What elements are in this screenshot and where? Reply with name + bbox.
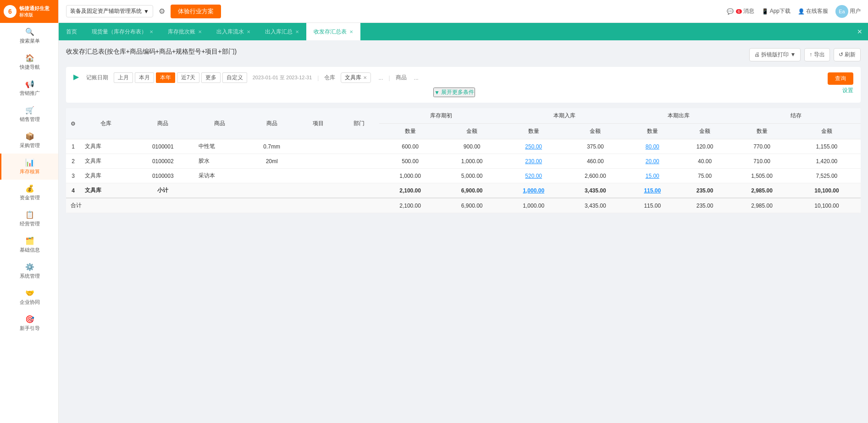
table-settings-th[interactable]: ⚙ (66, 108, 80, 139)
filter-toggle-icon[interactable]: ▶ (73, 72, 79, 81)
total-label: 合计 (66, 198, 194, 213)
sidebar-item-search[interactable]: 🔍 搜索菜单 (0, 23, 58, 49)
tab-close-icon[interactable]: ✕ (198, 29, 202, 34)
date-btn-last-month[interactable]: 上月 (114, 72, 133, 83)
print-icon: 🖨 (754, 51, 760, 58)
topbar: 装备及固定资产辅助管理系统 ▼ ⚙ 体验行业方案 💬 6 消息 📱 App下载 … (59, 0, 868, 23)
row-in-qty[interactable]: 250.00 (503, 139, 564, 154)
tab-stock-dist[interactable]: 现货量（库存分布表） ✕ (84, 23, 160, 40)
th-goods-name: 商品 (194, 108, 246, 139)
subtotal-close-amt: 10,100.00 (793, 183, 861, 198)
row-no: 1 (66, 139, 80, 154)
row-in-qty[interactable]: 230.00 (503, 154, 564, 169)
th-in-qty: 数量 (503, 124, 564, 139)
row-spec (245, 169, 298, 183)
row-project (298, 169, 339, 183)
try-industry-button[interactable]: 体验行业方案 (171, 5, 221, 18)
date-btn-this-year[interactable]: 本年 (156, 72, 175, 83)
tab-close-icon[interactable]: ✕ (149, 29, 153, 34)
sidebar-item-purchase[interactable]: 📦 采购管理 (0, 127, 58, 154)
row-name: 中性笔 (194, 139, 246, 154)
avatar: Ea (835, 5, 848, 18)
table-footer: 合计 2,100.00 6,900.00 1,000.00 3,435.00 1… (66, 198, 861, 213)
th-out-qty: 数量 (626, 124, 679, 139)
tab-home[interactable]: 首页 (59, 23, 84, 40)
app-download-button[interactable]: 📱 App下载 (762, 7, 791, 15)
date-label: 记账日期 (86, 74, 108, 82)
sidebar-item-quick[interactable]: 🏠 快捷导航 (0, 49, 58, 75)
row-out-qty[interactable]: 15.00 (626, 169, 679, 183)
row-no: 3 (66, 169, 80, 183)
sidebar-item-marketing[interactable]: 📢 营销推广 (0, 75, 58, 101)
sidebar-item-collab[interactable]: 🤝 企业协同 (0, 284, 58, 310)
tab-inout-summary[interactable]: 出入库汇总 ✕ (258, 23, 306, 40)
table-row: 1 文具库 0100001 中性笔 0.7mm 600.00 900.00 25… (66, 139, 861, 154)
warehouse-remove-icon[interactable]: ✕ (363, 75, 367, 80)
sidebar-item-system[interactable]: ⚙️ 系统管理 (0, 258, 58, 284)
tab-close-icon[interactable]: ✕ (349, 29, 353, 34)
tab-inout-flow[interactable]: 出入库流水 ✕ (209, 23, 258, 40)
settings-button[interactable]: 设置 (842, 87, 853, 94)
sidebar-item-sales[interactable]: 🛒 销售管理 (0, 101, 58, 127)
close-tab-button[interactable]: ✕ (851, 28, 868, 35)
th-goods-code: 商品 (132, 108, 194, 139)
chevron-down-icon: ▼ (790, 51, 796, 58)
total-open-qty: 2,100.00 (379, 198, 441, 213)
total-out-amt: 235.00 (679, 198, 731, 213)
query-button[interactable]: 查询 (828, 72, 853, 85)
system-selector[interactable]: 装备及固定资产辅助管理系统 ▼ (66, 5, 153, 17)
sidebar-item-label: 搜索菜单 (20, 38, 40, 44)
sidebar-item-finance[interactable]: 💰 资金管理 (0, 180, 58, 206)
box-icon: 📦 (25, 132, 34, 141)
tab-recv-send-summary[interactable]: 收发存汇总表 ✕ (306, 23, 360, 40)
subtotal-in-qty[interactable]: 1,000.00 (503, 183, 564, 198)
total-in-amt: 3,435.00 (564, 198, 626, 213)
tab-batch[interactable]: 库存批次账 ✕ (160, 23, 209, 40)
tab-label: 库存批次账 (168, 28, 195, 36)
row-out-qty[interactable]: 20.00 (626, 154, 679, 169)
row-dept (339, 169, 380, 183)
chevron-down-icon: ▼ (144, 8, 149, 15)
clipboard-icon: 📋 (25, 210, 34, 219)
cart-icon: 🛒 (25, 106, 34, 115)
settings-icon[interactable]: ⚙ (159, 7, 165, 16)
tab-close-icon[interactable]: ✕ (247, 29, 250, 34)
th-goods-spec: 商品 (245, 108, 298, 139)
warehouse-more[interactable]: ... (378, 75, 383, 81)
row-close-qty: 770.00 (731, 139, 793, 154)
row-warehouse: 文具库 (80, 139, 132, 154)
message-button[interactable]: 💬 6 消息 (727, 7, 754, 15)
topbar-icons: 💬 6 消息 📱 App下载 👤 在线客服 Ea 用户 (727, 5, 861, 18)
sidebar-item-basic[interactable]: 🗂️ 基础信息 (0, 232, 58, 258)
user-avatar[interactable]: Ea 用户 (835, 5, 861, 18)
date-btn-custom[interactable]: 自定义 (222, 72, 247, 83)
sidebar-item-guide[interactable]: 🎯 新手引导 (0, 310, 58, 336)
table-settings-icon: ⚙ (71, 121, 76, 127)
content-area: 收发存汇总表(按仓库+商品编码+商品+规格型号+项目+部门) 🖨 拆镜版打印 ▼… (59, 40, 868, 423)
export-button[interactable]: ↑ 导出 (804, 48, 829, 61)
tab-close-icon[interactable]: ✕ (295, 29, 299, 34)
goods-more[interactable]: ... (414, 75, 419, 81)
subtotal-empty-dept (339, 183, 380, 198)
row-no: 2 (66, 154, 80, 169)
date-btn-7days[interactable]: 近7天 (177, 72, 199, 83)
sidebar-item-label: 基础信息 (20, 247, 40, 253)
sidebar-item-operations[interactable]: 📋 经营管理 (0, 206, 58, 232)
date-btn-this-month[interactable]: 本月 (135, 72, 154, 83)
refresh-button[interactable]: ↺ 刷新 (834, 48, 861, 61)
date-btn-more[interactable]: 更多 (201, 72, 221, 83)
subtotal-open-amt: 6,900.00 (441, 183, 503, 198)
online-service-button[interactable]: 👤 在线客服 (798, 7, 828, 15)
expand-more-btn[interactable]: ▼ 展开更多条件 (433, 88, 475, 97)
total-close-amt: 10,100.00 (793, 198, 861, 213)
sidebar-item-label: 库存核算 (20, 168, 40, 175)
sidebar-item-label: 资金管理 (20, 194, 40, 201)
row-out-qty[interactable]: 80.00 (626, 139, 679, 154)
print-button[interactable]: 🖨 拆镜版打印 ▼ (749, 48, 801, 61)
row-spec: 0.7mm (245, 139, 298, 154)
row-in-qty[interactable]: 520.00 (503, 169, 564, 183)
goods-filter-label: 商品 (396, 74, 407, 82)
th-group-closing: 结存 (731, 108, 861, 124)
sidebar-item-inventory[interactable]: 📊 库存核算 (0, 154, 58, 180)
subtotal-out-qty[interactable]: 115.00 (626, 183, 679, 198)
